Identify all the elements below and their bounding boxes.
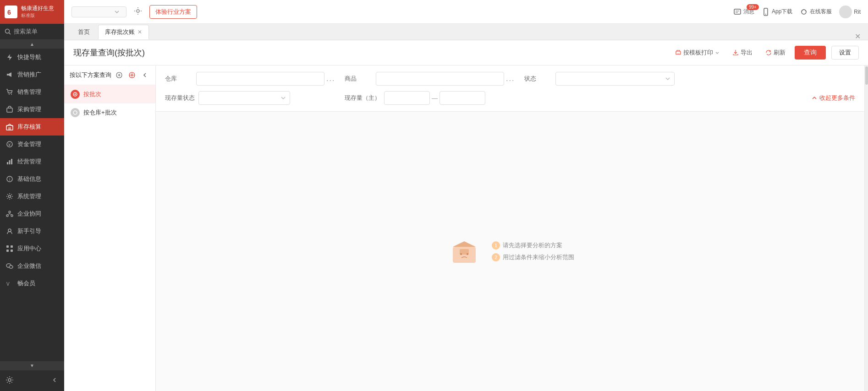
nav-label: 新手引导	[17, 227, 41, 235]
stock-qty-dash: —	[430, 95, 439, 102]
right-scrollbar[interactable]	[864, 65, 868, 391]
footer-collapse-btn[interactable]	[49, 374, 60, 387]
stock-status-filter-group: 现存量状态	[165, 91, 339, 105]
svg-marker-46	[453, 241, 476, 247]
svg-point-38	[131, 74, 133, 76]
sidebar-item-quick-nav[interactable]: 快捷导航	[0, 49, 64, 66]
stock-qty-input-from[interactable]	[384, 91, 430, 105]
sidebar-item-enterprise[interactable]: 企业协同	[0, 205, 64, 223]
product-input[interactable]	[376, 72, 504, 86]
online-service-btn[interactable]: 在线客服	[800, 8, 832, 16]
print-label: 按模板打印	[683, 49, 713, 57]
panel-close-btn[interactable]: ✕	[855, 32, 861, 41]
sidebar-item-inventory[interactable]: 库存核算	[0, 118, 64, 136]
scrollbar-thumb[interactable]	[865, 66, 868, 85]
tab-inventory-batch[interactable]: 库存批次账 ✕	[98, 25, 149, 39]
svg-point-44	[73, 111, 77, 114]
svg-rect-8	[8, 127, 11, 130]
chevron-up-icon	[811, 95, 818, 101]
sidebar-item-member[interactable]: V 畅会员	[0, 275, 64, 292]
messages-btn[interactable]: 消息 99+	[733, 8, 754, 16]
product-dots[interactable]: ...	[504, 75, 516, 83]
topbar-settings-btn[interactable]	[132, 5, 144, 19]
warehouse-filter-group: 仓库 ...	[165, 72, 339, 86]
filter-row-1: 仓库 ... 商品 ... 状态	[165, 72, 855, 86]
status-select[interactable]	[555, 72, 675, 86]
svg-rect-11	[7, 162, 8, 164]
username: Rit	[854, 9, 861, 15]
sidebar-item-apps[interactable]: 应用中心	[0, 240, 64, 257]
footer-settings-btn[interactable]	[4, 374, 16, 387]
svg-rect-23	[6, 250, 9, 252]
sidebar-scroll-down[interactable]: ▼	[0, 361, 64, 370]
settings-btn[interactable]: 设置	[831, 46, 859, 60]
query-btn[interactable]: 查询	[795, 46, 826, 60]
nav-label: 企业微信	[17, 262, 41, 270]
nav-label: 营销推广	[17, 71, 41, 79]
sidebar-item-wechat[interactable]: 企业微信	[0, 257, 64, 275]
stock-status-select[interactable]	[198, 91, 290, 105]
empty-tips: 1 请先选择要分析的方案 2 用过滤条件来缩小分析范围	[492, 241, 574, 261]
sidebar-item-finance[interactable]: ¥ 资金管理	[0, 136, 64, 153]
print-btn[interactable]: 按模板打印	[671, 47, 723, 59]
tabbar: 首页 库存批次账 ✕ ✕	[64, 24, 868, 40]
refresh-label: 刷新	[774, 49, 786, 57]
svg-line-2	[9, 33, 11, 35]
right-panel: 仓库 ... 商品 ... 状态	[156, 65, 864, 391]
user-menu[interactable]: Rit	[839, 5, 861, 18]
tip-2-text: 用过滤条件来缩小分析范围	[503, 253, 574, 261]
svg-point-28	[8, 379, 11, 381]
scheme-by-warehouse-batch[interactable]: 按仓库+批次	[64, 103, 155, 122]
export-label: 导出	[741, 49, 753, 57]
svg-point-32	[765, 14, 766, 15]
svg-text:¥: ¥	[8, 142, 11, 147]
sidebar-nav: 快捷导航 营销推广 销售管理 采购管理 库存核算	[0, 49, 64, 361]
empty-state: 1 请先选择要分析的方案 2 用过滤条件来缩小分析范围	[446, 233, 574, 270]
nav-label: 采购管理	[17, 105, 41, 114]
tab-home[interactable]: 首页	[71, 25, 96, 39]
refresh-btn[interactable]: 刷新	[762, 47, 789, 59]
svg-rect-6	[7, 108, 12, 112]
export-btn[interactable]: 导出	[729, 47, 756, 59]
app-name: 畅康通好生意	[21, 5, 54, 12]
warehouse-input[interactable]	[196, 72, 324, 86]
sidebar-scroll-up[interactable]: ▲	[0, 40, 64, 49]
print-dropdown-icon[interactable]	[715, 50, 720, 55]
collapse-left-panel-btn[interactable]	[140, 70, 150, 80]
vip-icon: V	[5, 279, 14, 288]
warehouse-dots[interactable]: ...	[324, 75, 337, 83]
tip-num-1: 1	[492, 241, 500, 250]
sidebar-item-system[interactable]: 系统管理	[0, 188, 64, 205]
add-scheme-btn[interactable]	[114, 70, 124, 80]
sidebar-item-basic[interactable]: i 基础信息	[0, 170, 64, 188]
sidebar-item-guide[interactable]: 新手引导	[0, 223, 64, 240]
sidebar-item-marketing[interactable]: 营销推广	[0, 66, 64, 83]
svg-point-17	[9, 211, 11, 213]
topbar-search-input[interactable]	[76, 9, 112, 15]
gear-icon	[5, 192, 14, 201]
page-header: 现存量查询(按批次) 按模板打印 导出 刷新 查询 设置	[64, 40, 868, 65]
sidebar-search[interactable]: 搜索菜单	[0, 24, 64, 40]
scheme-settings-btn[interactable]	[127, 70, 137, 80]
sidebar-item-operation[interactable]: 经营管理	[0, 153, 64, 170]
refresh-icon	[765, 49, 772, 56]
scheme-by-batch[interactable]: 按批次	[64, 85, 155, 103]
topbar-search-dropdown-icon[interactable]	[114, 9, 120, 15]
sidebar-item-sales[interactable]: 销售管理	[0, 83, 64, 101]
trial-btn[interactable]: 体验行业方案	[149, 5, 197, 19]
cart-icon	[5, 88, 14, 96]
tip-1-text: 请先选择要分析的方案	[503, 241, 562, 250]
nav-label: 畅会员	[17, 279, 35, 288]
stock-qty-input-to[interactable]	[439, 91, 485, 105]
tab-close-btn[interactable]: ✕	[137, 29, 142, 35]
svg-point-19	[11, 215, 13, 217]
lightning-icon	[5, 53, 14, 61]
app-download-btn[interactable]: App下载	[762, 8, 792, 16]
box-icon	[5, 105, 14, 114]
app-logo: 6	[5, 5, 17, 18]
stock-status-label: 现存量状态	[165, 94, 195, 102]
topbar-search-area[interactable]	[71, 6, 126, 17]
collapse-more-conditions-btn[interactable]: 收起更多条件	[811, 94, 855, 102]
svg-point-48	[460, 253, 462, 255]
sidebar-item-purchase[interactable]: 采购管理	[0, 101, 64, 118]
